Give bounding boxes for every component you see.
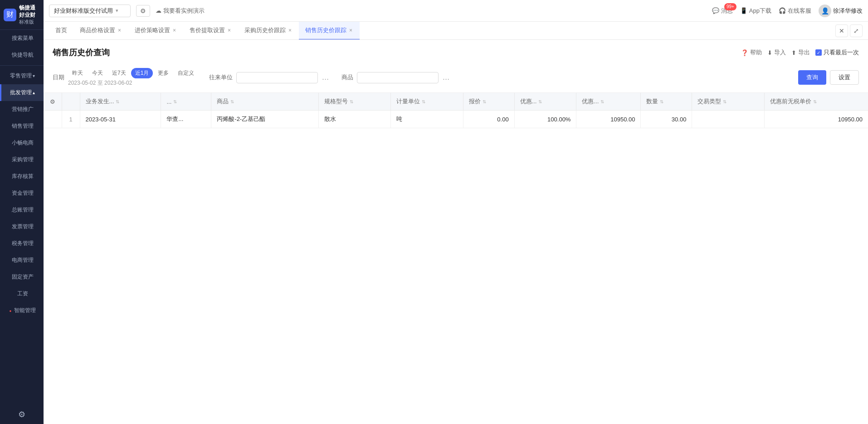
tab-home[interactable]: 首页 bbox=[49, 22, 73, 40]
date-range-display: 2023-05-02 至 2023-06-02 bbox=[68, 79, 198, 87]
th-spec-label: 规格型号 bbox=[324, 97, 348, 106]
cloud-icon: ☁ bbox=[156, 7, 161, 14]
date-btn-custom[interactable]: 自定义 bbox=[174, 68, 198, 78]
th-discount1[interactable]: 优惠... ⇅ bbox=[514, 93, 576, 111]
sort-icon: ⇅ bbox=[422, 99, 425, 104]
settings-button[interactable]: 设置 bbox=[830, 70, 859, 85]
product-input[interactable] bbox=[357, 72, 439, 83]
sidebar-item-fixed-assets[interactable]: 固定资产 bbox=[0, 269, 44, 285]
page-header: 销售历史价查询 ❓ 帮助 ⬇ 导入 ⬆ 导出 ✓ 只看最后一次 bbox=[44, 40, 868, 63]
topbar-settings-button[interactable]: ⚙ bbox=[136, 5, 150, 17]
th-price-label: 报价 bbox=[469, 97, 481, 106]
th-trade-type-label: 交易类型 bbox=[697, 97, 721, 106]
date-btn-yesterday[interactable]: 昨天 bbox=[68, 68, 87, 78]
expand-button[interactable]: ⤢ bbox=[850, 24, 863, 37]
sidebar-item-purchase-mgmt[interactable]: 采购管理 bbox=[0, 151, 44, 168]
th-trade-type[interactable]: 交易类型 ⇅ bbox=[692, 93, 765, 111]
th-more[interactable]: ... ⇅ bbox=[161, 93, 211, 111]
sidebar-item-wholesale[interactable]: 批发管理 ▴ bbox=[0, 84, 44, 101]
th-price[interactable]: 报价 ⇅ bbox=[463, 93, 514, 111]
dot-indicator: ● bbox=[9, 309, 11, 313]
tab-product-price[interactable]: 商品价格设置 × bbox=[73, 22, 128, 40]
demo-link[interactable]: ☁ 我要看实例演示 bbox=[156, 7, 205, 15]
th-product-label: 商品 bbox=[217, 97, 229, 106]
th-unit[interactable]: 计量单位 ⇅ bbox=[391, 93, 463, 111]
row-price-cell: 0.00 bbox=[463, 111, 514, 128]
message-button[interactable]: 💬 消息 99+ bbox=[712, 7, 733, 15]
tab-label: 商品价格设置 bbox=[80, 26, 115, 34]
sidebar-item-ecom-mgmt[interactable]: 电商管理 bbox=[0, 252, 44, 269]
tab-sale-history[interactable]: 销售历史价跟踪 × bbox=[299, 22, 360, 40]
tab-close-icon[interactable]: × bbox=[172, 26, 177, 34]
row-more-cell: 华查... bbox=[161, 111, 211, 128]
th-qty[interactable]: 数量 ⇅ bbox=[641, 93, 692, 111]
sidebar-item-invoice-mgmt[interactable]: 发票管理 bbox=[0, 218, 44, 235]
sort-icon: ⇅ bbox=[230, 99, 234, 104]
sidebar-item-inventory[interactable]: 库存核算 bbox=[0, 168, 44, 185]
online-service-button[interactable]: 🎧 在线客服 bbox=[779, 7, 811, 15]
product-filter-group: 商品 … bbox=[341, 72, 451, 83]
title-select[interactable]: 好业财标准版交付试用 ▾ bbox=[49, 5, 131, 17]
sidebar-item-label: 批发管理 bbox=[10, 89, 32, 96]
sidebar-divider-1 bbox=[0, 65, 44, 66]
help-link[interactable]: ❓ 帮助 bbox=[741, 48, 762, 57]
date-btn-1month[interactable]: 近1月 bbox=[131, 68, 153, 78]
export-icon: ⬆ bbox=[791, 49, 796, 56]
th-date[interactable]: 业务发生... ⇅ bbox=[80, 93, 161, 111]
search-button[interactable]: 查询 bbox=[798, 70, 826, 85]
close-icon: ✕ bbox=[839, 27, 844, 34]
th-spec[interactable]: 规格型号 ⇅ bbox=[318, 93, 391, 111]
th-pretax-price[interactable]: 优惠前无税单价 ⇅ bbox=[764, 93, 868, 111]
source-dots[interactable]: … bbox=[320, 72, 331, 82]
product-dots[interactable]: … bbox=[440, 72, 451, 82]
table-settings-icon[interactable]: ⚙ bbox=[50, 98, 55, 105]
th-product[interactable]: 商品 ⇅ bbox=[211, 93, 318, 111]
row-settings-cell bbox=[44, 111, 62, 128]
sidebar-item-marketing[interactable]: 营销推广 bbox=[0, 101, 44, 118]
tab-label: 售价提取设置 bbox=[190, 26, 225, 34]
sidebar-item-finance-mgmt[interactable]: 资金管理 bbox=[0, 185, 44, 202]
app-download-button[interactable]: 📱 App下载 bbox=[740, 7, 771, 15]
source-input[interactable] bbox=[236, 72, 318, 83]
sidebar-item-label: 资金管理 bbox=[12, 190, 34, 196]
sort-icon: ⇅ bbox=[350, 99, 353, 104]
sidebar-item-search-menu[interactable]: 搜索菜单 bbox=[0, 30, 44, 47]
date-btn-7days[interactable]: 近7天 bbox=[108, 68, 130, 78]
tab-sale-price-extract[interactable]: 售价提取设置 × bbox=[183, 22, 238, 40]
tab-close-icon[interactable]: × bbox=[227, 26, 232, 34]
import-link[interactable]: ⬇ 导入 bbox=[767, 48, 786, 57]
sidebar-settings-btn[interactable]: ⚙ bbox=[0, 405, 44, 424]
sidebar-item-label: 税务管理 bbox=[12, 240, 34, 246]
date-btn-today[interactable]: 今天 bbox=[88, 68, 107, 78]
only-last-checkbox[interactable]: ✓ 只看最后一次 bbox=[815, 48, 859, 57]
sidebar-item-general-ledger[interactable]: 总账管理 bbox=[0, 202, 44, 218]
tab-close-icon[interactable]: × bbox=[288, 26, 293, 34]
sidebar-item-label: 库存核算 bbox=[12, 173, 34, 179]
sidebar-item-payroll[interactable]: 工资 bbox=[0, 285, 44, 302]
tab-label: 销售历史价跟踪 bbox=[305, 26, 346, 34]
gear-icon: ⚙ bbox=[18, 410, 25, 419]
tab-close-icon[interactable]: × bbox=[117, 26, 122, 34]
tab-purchase-history[interactable]: 采购历史价跟踪 × bbox=[238, 22, 299, 40]
date-buttons: 昨天 今天 近7天 近1月 更多 自定义 bbox=[68, 68, 198, 78]
logo-icon: 财 bbox=[4, 9, 16, 21]
th-discount2[interactable]: 优惠... ⇅ bbox=[576, 93, 641, 111]
table-row[interactable]: 1 2023-05-31 华查... 丙烯酸-2-乙基己酯 散水 吨 0.00 … bbox=[44, 111, 868, 128]
th-settings[interactable]: ⚙ bbox=[44, 93, 62, 111]
mobile-icon: 📱 bbox=[740, 7, 747, 14]
date-btn-more[interactable]: 更多 bbox=[154, 68, 173, 78]
tab-close-icon[interactable]: × bbox=[348, 26, 353, 34]
close-all-tabs-button[interactable]: ✕ bbox=[835, 24, 848, 37]
date-filter-label: 日期 bbox=[53, 73, 64, 82]
sidebar-item-xiaocha-ecom[interactable]: 小畅电商 bbox=[0, 135, 44, 151]
sort-icon: ⇅ bbox=[116, 99, 119, 104]
sidebar-item-quick-nav[interactable]: 快捷导航 bbox=[0, 47, 44, 63]
user-menu[interactable]: 👤 徐泽华修改 bbox=[819, 5, 863, 17]
tab-purchase-strategy[interactable]: 进价策略设置 × bbox=[128, 22, 183, 40]
export-link[interactable]: ⬆ 导出 bbox=[791, 48, 810, 57]
sidebar-item-sales-mgmt[interactable]: 销售管理 bbox=[0, 118, 44, 135]
sidebar-item-tax-mgmt[interactable]: 税务管理 bbox=[0, 235, 44, 252]
sidebar-item-retail[interactable]: 零售管理 ▾ bbox=[0, 67, 44, 84]
sidebar-item-smart-mgmt[interactable]: ● 智能管理 bbox=[0, 302, 44, 319]
sort-icon: ⇅ bbox=[483, 99, 486, 104]
